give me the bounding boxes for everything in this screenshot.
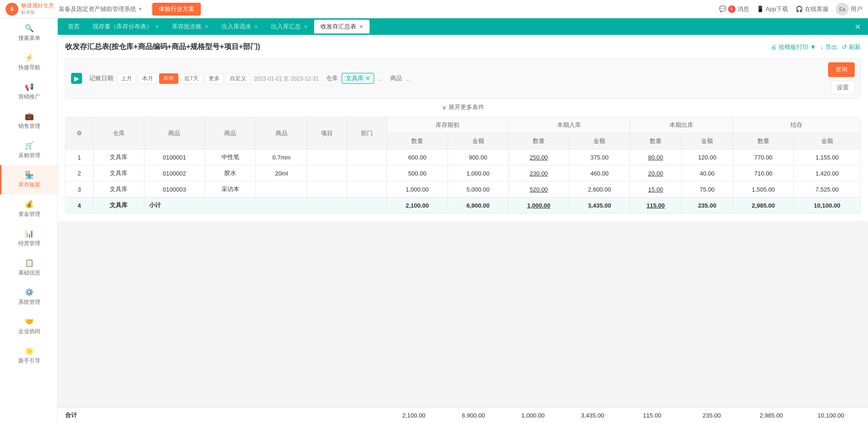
row3-in-qty[interactable]: 520.00 xyxy=(509,181,569,198)
settings-gear-icon: ⚙ xyxy=(77,130,82,137)
system-icon: ⚙️ xyxy=(25,288,34,297)
tab-inout-summary[interactable]: 出入库汇总 ✕ xyxy=(265,20,314,33)
print-button[interactable]: 🖨 按模板打印 ▼ xyxy=(771,43,816,51)
sidebar-item-purchase-label: 采购管理 xyxy=(18,152,40,159)
sidebar-item-search-label: 搜索菜单 xyxy=(18,34,40,42)
tab-recv-send-label: 收发存汇总表 xyxy=(321,22,356,31)
finance-icon: 💰 xyxy=(25,200,34,209)
total-in-qty: 1,000.00 xyxy=(503,412,563,419)
tab-stock-dist-close[interactable]: ✕ xyxy=(155,24,159,30)
row3-init-qty: 1,000.00 xyxy=(387,181,448,198)
row3-in-amt: 2,600.00 xyxy=(569,181,630,198)
sidebar-item-sales[interactable]: 💼 销售管理 xyxy=(0,106,57,136)
sidebar-item-shortcut-label: 快捷导航 xyxy=(18,64,40,71)
main-layout: 🔍 搜索菜单 ⚡ 快捷导航 📢 营销推广 💼 销售管理 🛒 采购管理 🏪 库存核… xyxy=(0,18,868,423)
date-btn-custom[interactable]: 自定义 xyxy=(226,73,250,84)
tab-stock-dist[interactable]: 现存量（库存分布表） ✕ xyxy=(86,20,166,33)
row1-out-qty[interactable]: 80.00 xyxy=(630,149,681,165)
sidebar-item-enterprise[interactable]: 🤝 企业协同 xyxy=(0,312,57,341)
tab-inout-flow[interactable]: 出入库流水 ✕ xyxy=(215,20,265,33)
row3-bal-qty: 1,505.00 xyxy=(733,181,793,198)
row3-bal-amt: 7,525.00 xyxy=(794,181,860,198)
settings-button[interactable]: 设置 xyxy=(831,81,855,94)
sidebar-item-operations[interactable]: 📊 经营管理 xyxy=(0,224,57,253)
row1-in-qty[interactable]: 250.00 xyxy=(509,149,569,165)
subtotal-init-amt: 6,900.00 xyxy=(448,198,508,214)
export-button[interactable]: ↓ 导出 xyxy=(821,43,838,51)
warehouse-tag-close-icon[interactable]: ✕ xyxy=(365,75,370,82)
row3-warehouse: 文具库 xyxy=(93,181,144,198)
row1-project xyxy=(307,149,347,165)
total-out-amt: 235.00 xyxy=(682,412,741,419)
filter-toggle-btn[interactable]: ▶ xyxy=(71,73,82,84)
online-service-label: 在线客服 xyxy=(805,5,829,13)
row2-name: 胶水 xyxy=(205,165,256,181)
row1-name: 中性笔 xyxy=(205,149,256,165)
user-action[interactable]: Ea 用户 xyxy=(836,3,862,16)
sidebar-item-marketing[interactable]: 📢 营销推广 xyxy=(0,77,57,106)
tab-batch[interactable]: 库存批次账 ✕ xyxy=(166,20,215,33)
date-btn-7days[interactable]: 近7天 xyxy=(180,73,203,84)
sidebar-item-system[interactable]: ⚙️ 系统管理 xyxy=(0,282,57,312)
subtotal-bal-qty: 2,985.00 xyxy=(733,198,793,214)
warehouse-more-icon[interactable]: ... xyxy=(378,75,383,82)
row1-init-qty: 600.00 xyxy=(387,149,448,165)
row2-out-qty[interactable]: 20.00 xyxy=(630,165,681,181)
export-label: 导出 xyxy=(825,43,837,51)
tab-recv-send-close[interactable]: ✕ xyxy=(359,24,363,30)
warehouse-tag[interactable]: 文具库 ✕ xyxy=(342,73,374,84)
warehouse-filter-label: 仓库 xyxy=(326,74,338,82)
table-row: 2 文具库 0100002 胶水 20ml 500.00 1,000.00 23… xyxy=(66,165,860,181)
expand-conditions-btn[interactable]: ∨ 展开更多条件 xyxy=(442,103,484,111)
subtotal-warehouse: 文具库 xyxy=(93,198,144,214)
sidebar-item-guide-label: 新手引导 xyxy=(18,357,40,365)
sidebar: 🔍 搜索菜单 ⚡ 快捷导航 📢 营销推广 💼 销售管理 🛒 采购管理 🏪 库存核… xyxy=(0,18,58,423)
goods-more-icon[interactable]: ... xyxy=(406,75,411,82)
total-spacer3 xyxy=(190,412,250,419)
th-in-qty: 数量 xyxy=(509,133,569,149)
sidebar-item-basics-label: 基础信息 xyxy=(18,269,40,277)
query-button[interactable]: 查询 xyxy=(828,62,855,77)
purchase-icon: 🛒 xyxy=(25,141,34,150)
subtotal-in-qty[interactable]: 1,000.00 xyxy=(509,198,569,214)
date-range-display: 2023-01-01 至 2023-12-31 xyxy=(254,74,319,83)
total-bal-qty: 2,985.00 xyxy=(741,412,801,419)
date-btn-more[interactable]: 更多 xyxy=(205,73,224,84)
app-download-label: App下载 xyxy=(766,5,788,13)
tab-area-close-btn[interactable]: ✕ xyxy=(851,22,864,31)
subtotal-out-qty[interactable]: 115.00 xyxy=(630,198,681,214)
system-name-dropdown[interactable]: 装备及固定资产辅助管理系统 ▼ xyxy=(59,5,143,13)
page-title: 收发存汇总表(按仓库+商品编码+商品+规格型号+项目+部门) xyxy=(65,42,260,52)
tab-inout-summary-close[interactable]: ✕ xyxy=(304,24,308,30)
date-options: 上月 本月 本年 近7天 更多 自定义 xyxy=(117,73,250,84)
message-action[interactable]: 💬 6 消息 xyxy=(719,5,749,13)
title-actions: 🖨 按模板打印 ▼ ↓ 导出 ↺ 刷新 xyxy=(771,43,861,51)
sidebar-item-shortcut[interactable]: ⚡ 快捷导航 xyxy=(0,48,57,77)
filter-right-actions: 查询 设置 xyxy=(828,62,855,94)
app-download-action[interactable]: 📱 App下载 xyxy=(757,5,788,13)
sidebar-item-basics[interactable]: 📋 基础信息 xyxy=(0,253,57,282)
row3-spec xyxy=(256,181,307,198)
refresh-button[interactable]: ↺ 刷新 xyxy=(842,43,861,51)
tab-recv-send-summary[interactable]: 收发存汇总表 ✕ xyxy=(314,20,370,33)
th-settings[interactable]: ⚙ xyxy=(66,117,93,149)
row3-out-qty[interactable]: 15.00 xyxy=(630,181,681,198)
tab-inout-flow-close[interactable]: ✕ xyxy=(254,24,258,30)
sidebar-item-search[interactable]: 🔍 搜索菜单 xyxy=(0,18,57,48)
logo-brand: 畅捷通好生意 xyxy=(21,2,54,10)
online-service-action[interactable]: 🎧 在线客服 xyxy=(796,5,829,13)
date-btn-this-year[interactable]: 本年 xyxy=(159,73,178,84)
sidebar-item-finance[interactable]: 💰 资金管理 xyxy=(0,194,57,224)
row2-in-qty[interactable]: 230.00 xyxy=(509,165,569,181)
date-filter-label: 记账日期 xyxy=(89,74,113,82)
tab-batch-close[interactable]: ✕ xyxy=(205,24,209,30)
sidebar-item-guide[interactable]: 🌟 新手引导 xyxy=(0,341,57,370)
divider xyxy=(147,5,148,14)
sidebar-item-inventory[interactable]: 🏪 库存核算 xyxy=(0,165,57,194)
tab-home[interactable]: 首页 xyxy=(61,20,86,33)
th-bal-amt: 金额 xyxy=(794,133,860,149)
experience-button[interactable]: 体验行业方案 xyxy=(152,3,201,16)
date-btn-last-month[interactable]: 上月 xyxy=(117,73,136,84)
sidebar-item-purchase[interactable]: 🛒 采购管理 xyxy=(0,136,57,165)
date-btn-this-month[interactable]: 本月 xyxy=(138,73,157,84)
